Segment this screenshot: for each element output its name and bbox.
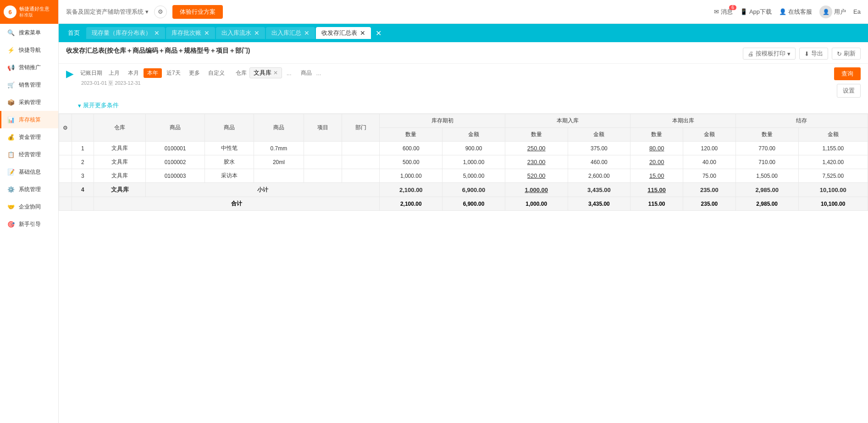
tab-close-inout_flow-icon[interactable]: ✕ [254, 30, 260, 36]
sidebar-item-sales[interactable]: 🛒 销售管理 [0, 76, 58, 93]
sidebar-label-inventory: 库存核算 [19, 116, 41, 124]
col-settings-header[interactable]: ⚙ [59, 114, 72, 142]
close-tab-main-icon[interactable]: ✕ [376, 29, 381, 38]
dropdown-arrow-icon: ▾ [145, 8, 149, 15]
sidebar-label-search: 搜索菜单 [19, 29, 41, 37]
sidebar-item-guide[interactable]: 🎯 新手引导 [0, 215, 58, 233]
row-in-qty[interactable]: 520.00 [505, 169, 568, 183]
row-settings [59, 155, 72, 169]
page-title-bar: 收发存汇总表(按仓库＋商品编码＋商品＋规格型号＋项目＋部门) 🖨 按模板打印 ▾… [59, 42, 868, 64]
row-out-amt: 40.00 [683, 155, 736, 169]
tab-label-inout_flow: 出入库流水 [221, 29, 251, 37]
query-button[interactable]: 查询 [834, 67, 861, 80]
col-opening-qty-header: 数量 [380, 128, 442, 142]
col-in-header: 本期入库 [505, 114, 630, 128]
tab-label-recv_summary: 收发存汇总表 [321, 29, 357, 37]
row-opening-amt: 5,000.00 [442, 169, 505, 183]
col-opening-amt-header: 金额 [442, 128, 505, 142]
tab-inout_flow[interactable]: 出入库流水✕ [216, 27, 265, 39]
tab-close-inventory-icon[interactable]: ✕ [154, 30, 160, 36]
filter-toggle-icon[interactable]: ▶ [66, 68, 73, 79]
business-icon: 📋 [7, 150, 15, 159]
system-selector[interactable]: 装备及固定资产辅助管理系统 ▾ [66, 8, 149, 16]
col-warehouse-header: 仓库 [94, 114, 145, 142]
refresh-button[interactable]: ↻ 刷新 [832, 48, 861, 60]
sidebar-item-collab[interactable]: 🤝 企业协同 [0, 198, 58, 215]
tab-close-inout_summary-icon[interactable]: ✕ [304, 30, 310, 36]
sidebar-item-purchase[interactable]: 📦 采购管理 [0, 93, 58, 111]
tab-close-recv_summary-icon[interactable]: ✕ [360, 30, 365, 36]
sidebar-label-finance: 资金管理 [19, 133, 41, 141]
message-action[interactable]: ✉ 消息 6 [714, 8, 733, 16]
date-btn-自定义[interactable]: 自定义 [205, 68, 228, 78]
row-name: 采访本 [205, 169, 254, 183]
sidebar-label-basic: 基础信息 [19, 168, 41, 176]
date-btn-更多[interactable]: 更多 [185, 68, 204, 78]
row-project [304, 169, 342, 183]
tab-batch[interactable]: 库存批次账✕ [166, 27, 215, 39]
row-out-qty[interactable]: 80.00 [630, 142, 683, 155]
tab-inventory[interactable]: 现存量（库存分布表）✕ [86, 27, 165, 39]
sidebar-label-sales: 销售管理 [19, 81, 41, 89]
warehouse-tag[interactable]: 文具库 ✕ [249, 67, 282, 78]
sidebar-item-system[interactable]: ⚙️ 系统管理 [0, 181, 58, 198]
col-in-amt-header: 金额 [568, 128, 630, 142]
top-header: 装备及固定资产辅助管理系统 ▾ ⚙ 体验行业方案 ✉ 消息 6 📱 App下载 … [59, 0, 868, 24]
date-range-display: 2023-01-01 至 2023-12-31 [81, 80, 827, 87]
online-service-action[interactable]: 👤 在线客服 [779, 8, 812, 16]
sidebar-item-search[interactable]: 🔍 搜索菜单 [0, 24, 58, 41]
expand-more-conditions[interactable]: ▾ 展开更多条件 [78, 101, 861, 110]
sidebar-label-collab: 企业协同 [19, 203, 41, 211]
search-icon: 🔍 [7, 28, 15, 37]
data-table: ⚙ 仓库 商品 商品 商品 项目 部门 库存期初 本期入库 本期出库 结存 [59, 114, 868, 211]
row-in-qty[interactable]: 250.00 [505, 142, 568, 155]
product-filter-label: 商品 [301, 69, 312, 77]
app-download-action[interactable]: 📱 App下载 [740, 8, 772, 16]
extra-action[interactable]: Ea [853, 8, 861, 15]
tab-recv_summary[interactable]: 收发存汇总表✕ [316, 27, 371, 39]
product-more-dots[interactable]: ... [315, 70, 323, 77]
date-btn-本年[interactable]: 本年 [144, 68, 162, 78]
tab-close-batch-icon[interactable]: ✕ [204, 30, 210, 36]
row-spec: 20ml [254, 155, 304, 169]
row-code: 0100002 [146, 155, 205, 169]
sidebar-item-finance[interactable]: 💰 资金管理 [0, 128, 58, 146]
tab-label-home: 首页 [68, 29, 80, 37]
col-project-header: 项目 [304, 114, 342, 142]
warehouse-more-dots[interactable]: ... [285, 70, 293, 77]
warehouse-tag-close-icon[interactable]: ✕ [273, 70, 278, 76]
avatar: 👤 [819, 5, 832, 18]
total-in-qty: 1,000.00 [505, 197, 568, 211]
row-in-amt: 460.00 [568, 155, 630, 169]
sidebar-label-quick: 快捷导航 [19, 46, 41, 54]
sidebar-item-quick[interactable]: ⚡ 快捷导航 [0, 41, 58, 59]
date-btn-本月[interactable]: 本月 [124, 68, 143, 78]
row-in-qty[interactable]: 230.00 [505, 155, 568, 169]
row-out-qty[interactable]: 20.00 [630, 155, 683, 169]
print-template-button[interactable]: 🖨 按模板打印 ▾ [743, 48, 796, 60]
try-industry-button[interactable]: 体验行业方案 [172, 5, 223, 19]
sidebar-item-basic[interactable]: 📝 基础信息 [0, 163, 58, 181]
tab-inout_summary[interactable]: 出入库汇总✕ [266, 27, 315, 39]
table-row: 3 文具库 0100003 采访本 1,000.00 5,000.00 520.… [59, 169, 868, 183]
export-button[interactable]: ⬇ 导出 [799, 48, 828, 60]
sidebar-item-marketing[interactable]: 📢 营销推广 [0, 59, 58, 76]
row-out-qty[interactable]: 15.00 [630, 169, 683, 183]
row-balance-qty: 1,505.00 [735, 169, 798, 183]
date-btn-上月[interactable]: 上月 [105, 68, 123, 78]
sidebar-item-business[interactable]: 📋 经营管理 [0, 146, 58, 163]
user-action[interactable]: 👤 用户 [819, 5, 846, 18]
col-name-header: 商品 [205, 114, 254, 142]
main-content: 装备及固定资产辅助管理系统 ▾ ⚙ 体验行业方案 ✉ 消息 6 📱 App下载 … [59, 0, 868, 423]
settings-gear-button[interactable]: ⚙ [154, 5, 167, 18]
row-project [304, 142, 342, 155]
row-balance-amt: 1,155.00 [798, 142, 868, 155]
sidebar-item-inventory[interactable]: 📊 库存核算 [0, 111, 58, 128]
row-settings [59, 169, 72, 183]
tab-home[interactable]: 首页 [62, 27, 85, 39]
date-btn-近7天[interactable]: 近7天 [163, 68, 184, 78]
total-opening-amt: 6,900.00 [442, 197, 505, 211]
row-settings [59, 142, 72, 155]
filter-bar: ▶ 记账日期 上月本月本年近7天更多自定义 仓库 文具库 [59, 64, 868, 114]
page-settings-button[interactable]: 设置 [837, 84, 861, 98]
